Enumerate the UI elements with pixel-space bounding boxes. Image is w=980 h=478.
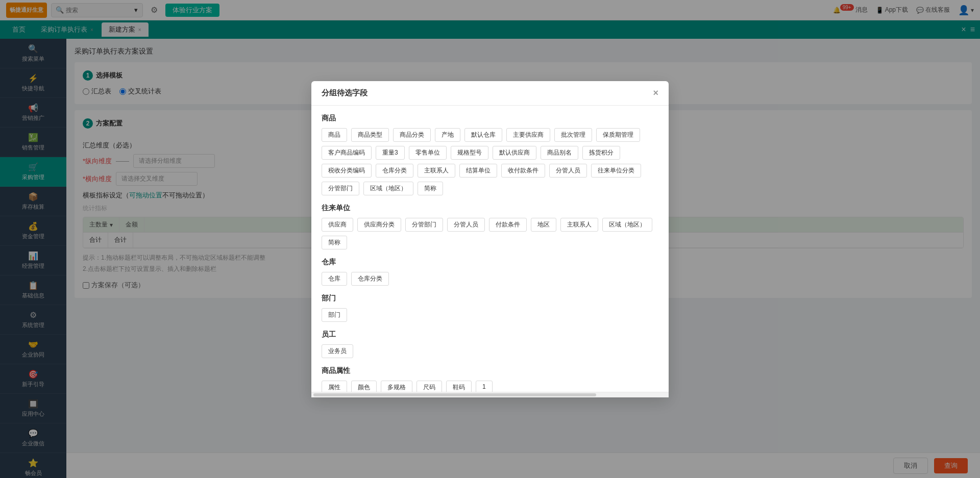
field-tag-goods-dept[interactable]: 分管部门 (322, 182, 359, 195)
modal-title: 分组待选字段 (322, 88, 368, 98)
field-tag-goods-weight[interactable]: 重量3 (376, 146, 405, 160)
field-tag-goods-type[interactable]: 商品类型 (351, 128, 389, 142)
field-tags-warehouse: 仓库 仓库分类 (322, 272, 658, 286)
field-tag-attr-color[interactable]: 颜色 (351, 381, 377, 392)
field-tag-goods-retail-unit[interactable]: 零售单位 (409, 146, 447, 160)
field-tags-employee: 业务员 (322, 344, 658, 358)
field-tag-goods-default-warehouse[interactable]: 默认仓库 (464, 128, 502, 142)
field-tag-partner-short[interactable]: 简称 (322, 236, 347, 249)
field-tag-goods-customer-code[interactable]: 客户商品编码 (322, 146, 372, 160)
field-tag-goods-region[interactable]: 区域（地区） (363, 182, 413, 195)
modal-hscroll-thumb[interactable] (313, 393, 596, 396)
field-tag-partner-supplier-category[interactable]: 供应商分类 (357, 218, 401, 232)
section-title-product-attr: 商品属性 (322, 366, 658, 375)
field-tag-attr-shoe-size[interactable]: 鞋码 (446, 381, 472, 392)
field-tag-goods-partner-category[interactable]: 往来单位分类 (591, 164, 641, 178)
field-tags-partner: 供应商 供应商分类 分管部门 分管人员 付款条件 地区 主联系人 区域（地区） … (322, 218, 658, 249)
modal-header: 分组待选字段 × (311, 81, 669, 106)
field-tag-goods-alias[interactable]: 商品别名 (541, 146, 578, 160)
field-tag-partner-supplier[interactable]: 供应商 (322, 218, 353, 232)
field-tag-goods-short-name[interactable]: 简称 (418, 182, 443, 195)
field-tag-goods-warehouse-category[interactable]: 仓库分类 (376, 164, 413, 178)
field-tag-partner-manager[interactable]: 分管人员 (447, 218, 485, 232)
field-tag-attr-1[interactable]: 1 (476, 381, 493, 392)
field-tag-attr-size[interactable]: 尺码 (416, 381, 442, 392)
field-tag-partner-region[interactable]: 地区 (531, 218, 556, 232)
field-tag-goods-tax-code[interactable]: 税收分类编码 (322, 164, 372, 178)
section-title-warehouse: 仓库 (322, 258, 658, 267)
field-tag-goods-contact[interactable]: 主联系人 (418, 164, 455, 178)
field-tag-goods-manager[interactable]: 分管人员 (549, 164, 587, 178)
section-title-dept: 部门 (322, 294, 658, 303)
field-tag-attr-property[interactable]: 属性 (322, 381, 347, 392)
field-tag-partner-dept[interactable]: 分管部门 (405, 218, 443, 232)
field-tag-partner-area[interactable]: 区域（地区） (602, 218, 652, 232)
section-title-goods: 商品 (322, 114, 658, 123)
section-title-partner: 往来单位 (322, 204, 658, 213)
modal-close-button[interactable]: × (653, 88, 658, 97)
field-tag-goods-main-supplier[interactable]: 主要供应商 (506, 128, 550, 142)
field-tag-goods-payment-terms[interactable]: 收付款条件 (501, 164, 545, 178)
field-tag-goods-settlement-unit[interactable]: 结算单位 (459, 164, 497, 178)
field-tag-goods-score[interactable]: 拣货积分 (582, 146, 620, 160)
field-tag-warehouse-name[interactable]: 仓库 (322, 272, 347, 286)
field-tag-employee-salesperson[interactable]: 业务员 (322, 344, 353, 358)
field-tag-goods-batch[interactable]: 批次管理 (554, 128, 592, 142)
field-tags-product-attr: 属性 颜色 多规格 尺码 鞋码 1 (322, 381, 658, 392)
field-tag-goods-commodity[interactable]: 商品 (322, 128, 347, 142)
field-tags-goods: 商品 商品类型 商品分类 产地 默认仓库 主要供应商 批次管理 保质期管理 客户… (322, 128, 658, 195)
field-tag-warehouse-category[interactable]: 仓库分类 (351, 272, 389, 286)
field-tag-partner-contact[interactable]: 主联系人 (560, 218, 598, 232)
field-tag-goods-origin[interactable]: 产地 (435, 128, 460, 142)
field-tag-dept-name[interactable]: 部门 (322, 308, 347, 322)
field-tag-attr-multi-spec[interactable]: 多规格 (381, 381, 412, 392)
field-tag-goods-spec[interactable]: 规格型号 (451, 146, 488, 160)
section-title-employee: 员工 (322, 330, 658, 339)
field-tags-dept: 部门 (322, 308, 658, 322)
modal-body: 商品 商品 商品类型 商品分类 产地 默认仓库 主要供应商 批次管理 保质期管理… (311, 106, 669, 392)
field-select-modal: 分组待选字段 × 商品 商品 商品类型 商品分类 产地 默认仓库 主要供应商 批… (311, 81, 669, 397)
modal-overlay[interactable]: 分组待选字段 × 商品 商品 商品类型 商品分类 产地 默认仓库 主要供应商 批… (0, 0, 980, 478)
field-tag-goods-shelf-life[interactable]: 保质期管理 (596, 128, 640, 142)
field-tag-goods-category[interactable]: 商品分类 (393, 128, 431, 142)
field-tag-goods-default-supplier[interactable]: 默认供应商 (493, 146, 536, 160)
modal-horizontal-scrollbar[interactable] (311, 392, 669, 397)
field-tag-partner-payment[interactable]: 付款条件 (489, 218, 527, 232)
